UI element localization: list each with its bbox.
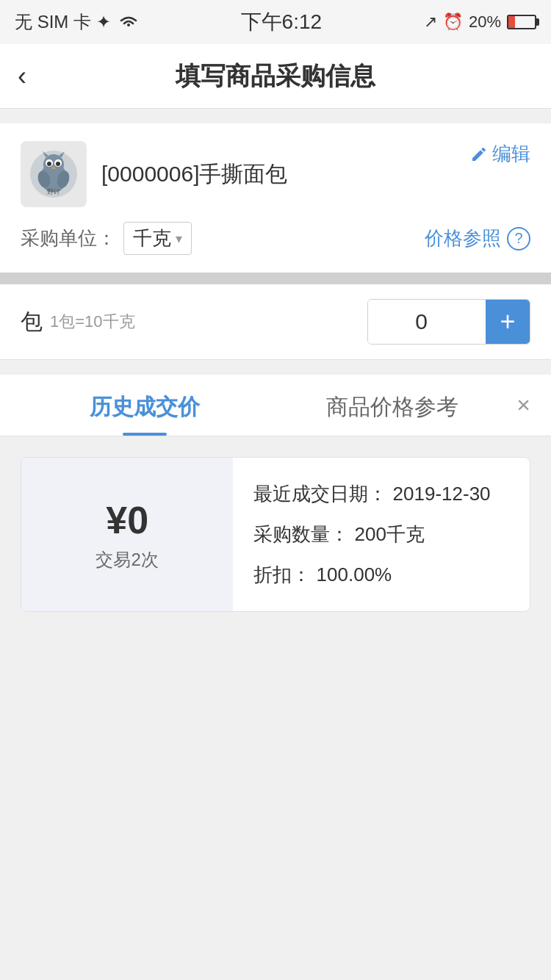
tab-product-price-ref[interactable]: 商品价格参考	[269, 375, 517, 436]
info-card-right: 最近成交日期： 2019-12-30 采购数量： 200千克 折扣： 100.0…	[233, 458, 530, 611]
quantity-plus-button[interactable]: +	[486, 300, 530, 344]
transaction-count: 交易2次	[96, 548, 158, 572]
wifi-icon	[118, 15, 139, 29]
unit-select[interactable]: 千克 ▾	[123, 222, 192, 255]
purchase-quantity-row: 采购数量： 200千克	[253, 520, 509, 549]
recent-date-label: 最近成交日期：	[253, 483, 387, 505]
product-top-row: 野计 [0000006]手撕面包 编辑	[21, 141, 530, 207]
tab-close-button[interactable]: ×	[516, 377, 530, 433]
price-display: ¥0	[106, 498, 148, 542]
battery-icon	[507, 15, 536, 29]
location-icon: ↗	[424, 12, 437, 32]
content-area: ¥0 交易2次 最近成交日期： 2019-12-30 采购数量： 200千克 折…	[0, 457, 551, 898]
recent-date-row: 最近成交日期： 2019-12-30	[253, 480, 509, 508]
product-name: [0000006]手撕面包	[101, 159, 287, 190]
status-bar: 无 SIM 卡 ✦ 下午6:12 ↗ ⏰ 20%	[0, 0, 551, 44]
quantity-input[interactable]	[368, 300, 486, 344]
nav-bar: ‹ 填写商品采购信息	[0, 44, 551, 109]
chevron-down-icon: ▾	[176, 231, 182, 247]
product-image: 野计	[21, 141, 87, 207]
quantity-conversion: 1包=10千克	[50, 311, 135, 333]
svg-text:野计: 野计	[47, 188, 60, 195]
tab-history-price[interactable]: 历史成交价	[21, 375, 269, 436]
status-bar-left: 无 SIM 卡 ✦	[15, 10, 139, 34]
purchase-quantity-value: 200千克	[355, 523, 425, 545]
purchase-quantity-label: 采购数量：	[253, 523, 349, 545]
edit-icon	[470, 145, 488, 163]
info-card-left: ¥0 交易2次	[21, 458, 233, 611]
back-button[interactable]: ‹	[18, 61, 26, 92]
svg-point-6	[56, 162, 60, 166]
quantity-label: 包 1包=10千克	[21, 307, 135, 337]
discount-row: 折扣： 100.00%	[253, 561, 509, 589]
tab-bar: 历史成交价 商品价格参考 ×	[0, 375, 551, 436]
battery-percent: 20%	[469, 12, 501, 32]
alarm-icon: ⏰	[443, 12, 463, 32]
quantity-row: 包 1包=10千克 +	[0, 284, 551, 360]
quantity-input-group: +	[367, 299, 530, 345]
unit-label: 采购单位：	[21, 226, 116, 251]
section-divider	[0, 273, 551, 284]
discount-label: 折扣：	[253, 563, 311, 586]
product-card: 野计 [0000006]手撕面包 编辑 采购单位： 千克 ▾ 价格参照 ?	[0, 123, 551, 273]
status-bar-right: ↗ ⏰ 20%	[424, 12, 536, 32]
page-title: 填写商品采购信息	[176, 60, 375, 93]
sim-status: 无 SIM 卡 ✦	[15, 10, 111, 34]
edit-button[interactable]: 编辑	[470, 141, 530, 167]
svg-point-5	[47, 162, 51, 166]
quantity-unit: 包	[21, 307, 43, 337]
price-ref-button[interactable]: 价格参照 ?	[425, 226, 530, 251]
info-card: ¥0 交易2次 最近成交日期： 2019-12-30 采购数量： 200千克 折…	[21, 457, 530, 612]
recent-date-value: 2019-12-30	[393, 483, 491, 505]
product-info: 野计 [0000006]手撕面包	[21, 141, 287, 207]
status-bar-time: 下午6:12	[241, 8, 323, 36]
help-icon: ?	[507, 227, 530, 251]
discount-value: 100.00%	[317, 563, 392, 586]
unit-row: 采购单位： 千克 ▾ 价格参照 ?	[21, 222, 530, 255]
owl-logo: 野计	[28, 148, 79, 200]
